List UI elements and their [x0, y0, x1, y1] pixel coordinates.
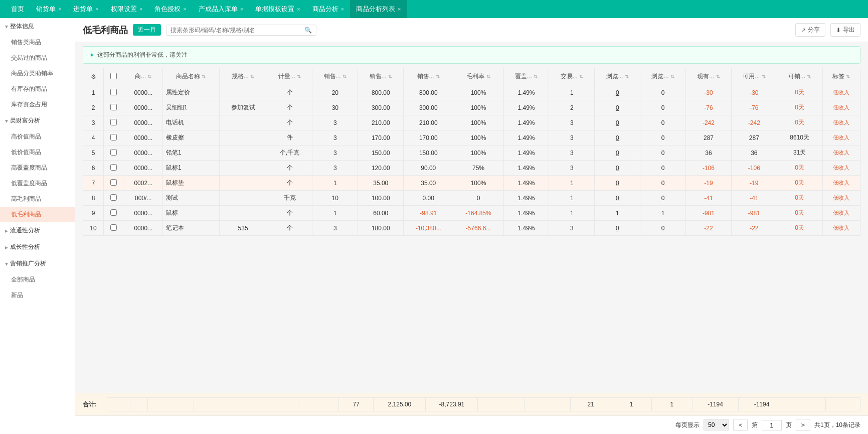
- cell-sales-amount: 300.00: [404, 100, 453, 115]
- col-current-stock-header[interactable]: 现有... ⇅: [686, 68, 732, 85]
- cell-view1[interactable]: 0: [595, 176, 640, 191]
- close-product-analysis-icon[interactable]: ×: [341, 6, 344, 12]
- col-settings[interactable]: ⚙: [83, 68, 104, 85]
- cell-view1[interactable]: 0: [595, 85, 640, 100]
- sidebar-section-header-marketing[interactable]: ▾ 营销推广分析: [0, 255, 75, 272]
- col-name-header[interactable]: 商品名称 ⇅: [162, 68, 219, 85]
- cell-name[interactable]: 鼠标: [162, 206, 219, 221]
- row-checkbox[interactable]: [110, 89, 117, 95]
- cell-name[interactable]: 笔记本: [162, 221, 219, 236]
- col-spec-header[interactable]: 规格... ⇅: [219, 68, 267, 85]
- col-unit-header[interactable]: 计量... ⇅: [267, 68, 312, 85]
- sidebar-item-high-margin[interactable]: 高毛利商品: [0, 191, 75, 207]
- row-checkbox[interactable]: [110, 119, 117, 125]
- sidebar-item-new-goods[interactable]: 新品: [0, 287, 75, 303]
- row-checkbox[interactable]: [110, 164, 117, 171]
- row-checkbox[interactable]: [110, 194, 117, 201]
- cell-available-stock: -981: [731, 206, 777, 221]
- col-available-stock-header[interactable]: 可用... ⇅: [731, 68, 777, 85]
- nav-role-auth[interactable]: 角色授权 ×: [148, 0, 192, 18]
- nav-permissions[interactable]: 权限设置 ×: [105, 0, 148, 18]
- cell-name[interactable]: 属性定价: [162, 85, 219, 100]
- cell-transaction: 3: [549, 146, 595, 161]
- close-permissions-icon[interactable]: ×: [139, 6, 142, 12]
- col-coverage-header[interactable]: 覆盖... ⇅: [503, 68, 549, 85]
- sidebar-section-header-wealth[interactable]: ▾ 类财富分析: [0, 112, 75, 129]
- sidebar-item-all-goods[interactable]: 全部商品: [0, 272, 75, 287]
- per-page-select[interactable]: 50 100 200: [704, 419, 729, 430]
- arrow-down-icon: ▾: [5, 23, 8, 30]
- cell-tag: 低收入: [822, 221, 860, 236]
- row-checkbox[interactable]: [110, 179, 117, 186]
- prev-page-button[interactable]: ＜: [733, 419, 748, 431]
- close-template-settings-icon[interactable]: ×: [297, 6, 300, 12]
- col-code-header[interactable]: 商... ⇅: [124, 68, 162, 85]
- cell-name[interactable]: 橡皮擦: [162, 130, 219, 146]
- col-gross-margin-header[interactable]: 毛利率 ⇅: [453, 68, 503, 85]
- cell-name[interactable]: 铅笔1: [162, 146, 219, 161]
- cell-view1[interactable]: 0: [595, 115, 640, 130]
- col-sellable-header[interactable]: 可销... ⇅: [777, 68, 822, 85]
- nav-purchase-order[interactable]: 进货单 ×: [67, 0, 104, 18]
- nav-product-analysis[interactable]: 商品分析 ×: [306, 0, 350, 18]
- cell-coverage: 1.49%: [503, 191, 549, 206]
- cell-name[interactable]: 电话机: [162, 115, 219, 130]
- cell-name[interactable]: 鼠标1: [162, 161, 219, 176]
- cell-view1[interactable]: 0: [595, 191, 640, 206]
- nav-home[interactable]: 首页: [5, 0, 30, 18]
- nav-sales-order[interactable]: 销货单 ×: [30, 0, 67, 18]
- col-view1-header[interactable]: 浏览... ⇅: [595, 68, 640, 85]
- sidebar-item-low-value[interactable]: 低价值商品: [0, 144, 75, 160]
- cell-view1[interactable]: 0: [595, 130, 640, 146]
- cell-view1[interactable]: 1: [595, 206, 640, 221]
- sidebar-section-header-overall[interactable]: ▾ 整体信息: [0, 18, 75, 35]
- cell-tag: 低收入: [822, 206, 860, 221]
- cell-name[interactable]: 鼠标垫: [162, 176, 219, 191]
- cell-view1[interactable]: 0: [595, 161, 640, 176]
- row-checkbox[interactable]: [110, 149, 117, 156]
- close-sales-order-icon[interactable]: ×: [58, 6, 61, 12]
- time-filter-button[interactable]: 近一月: [133, 24, 161, 36]
- sidebar-item-low-margin[interactable]: 低毛利商品: [0, 207, 75, 222]
- page-input[interactable]: [762, 420, 782, 430]
- cell-name[interactable]: 测试: [162, 191, 219, 206]
- sidebar-item-stock-funds[interactable]: 库存资金占用: [0, 97, 75, 112]
- row-checkbox[interactable]: [110, 224, 117, 231]
- total-records-label: 共1页，10条记录: [814, 421, 860, 429]
- sidebar-item-sales-goods[interactable]: 销售类商品: [0, 35, 75, 50]
- sidebar-section-header-circulation[interactable]: ▸ 流通性分析: [0, 222, 75, 239]
- close-product-entry-icon[interactable]: ×: [240, 6, 243, 12]
- row-checkbox[interactable]: [110, 209, 117, 216]
- sidebar-item-category-rate[interactable]: 商品分类助销率: [0, 66, 75, 81]
- close-role-auth-icon[interactable]: ×: [183, 6, 186, 12]
- nav-product-entry[interactable]: 产成品入库单 ×: [193, 0, 249, 18]
- sidebar-item-high-coverage[interactable]: 高覆盖度商品: [0, 160, 75, 176]
- row-checkbox[interactable]: [110, 134, 117, 140]
- select-all-checkbox[interactable]: [110, 73, 117, 79]
- next-page-button[interactable]: ＞: [796, 419, 810, 431]
- close-purchase-order-icon[interactable]: ×: [95, 6, 98, 12]
- share-button[interactable]: ↗ 分享: [795, 23, 825, 37]
- col-sales-amount-header[interactable]: 销售... ⇅: [404, 68, 453, 85]
- col-transaction-header[interactable]: 交易... ⇅: [549, 68, 595, 85]
- sidebar-item-traded-goods[interactable]: 交易过的商品: [0, 50, 75, 66]
- cell-view1[interactable]: 0: [595, 100, 640, 115]
- cell-view1[interactable]: 0: [595, 221, 640, 236]
- col-sales-count-header[interactable]: 销售... ⇅: [312, 68, 358, 85]
- cell-name[interactable]: 吴细细1: [162, 100, 219, 115]
- sidebar-item-high-value[interactable]: 高价值商品: [0, 129, 75, 144]
- col-sales-price-header[interactable]: 销售... ⇅: [358, 68, 404, 85]
- col-tag-header[interactable]: 标签 ⇅: [822, 68, 860, 85]
- sidebar-item-low-coverage[interactable]: 低覆盖度商品: [0, 176, 75, 191]
- cell-view1[interactable]: 0: [595, 146, 640, 161]
- sidebar-section-header-growth[interactable]: ▸ 成长性分析: [0, 239, 75, 255]
- nav-template-settings[interactable]: 单据模板设置 ×: [249, 0, 306, 18]
- search-input[interactable]: [170, 27, 302, 34]
- col-view2-header[interactable]: 浏览... ⇅: [640, 68, 686, 85]
- close-product-analysis-list-icon[interactable]: ×: [398, 6, 401, 12]
- sidebar-item-stocked-goods[interactable]: 有库存的商品: [0, 81, 75, 97]
- nav-product-analysis-list[interactable]: 商品分析列表 ×: [350, 0, 407, 18]
- row-checkbox[interactable]: [110, 104, 117, 110]
- export-button[interactable]: ⬇ 导出: [830, 23, 860, 37]
- settings-icon[interactable]: ⚙: [91, 73, 96, 80]
